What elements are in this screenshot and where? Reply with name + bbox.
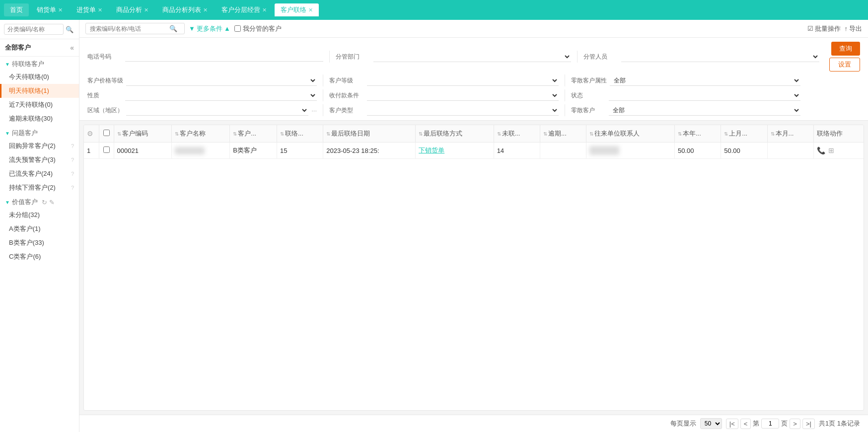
filter-retail-attr-select[interactable]: 全部 (610, 75, 800, 86)
page-next-btn[interactable]: > (790, 419, 800, 429)
filter-payment-select[interactable] (367, 90, 559, 101)
sidebar-item-class-c[interactable]: C类客户(6) (0, 250, 79, 264)
filter-cell-grade: 客户等级 (329, 75, 559, 86)
filter-more-conditions[interactable]: ▼ 更多条件 ▲ (189, 24, 230, 33)
th-contact-person-sort[interactable]: 往来单位联系人 (589, 129, 671, 138)
filter-grade-select[interactable] (367, 75, 559, 86)
sidebar-item-class-a[interactable]: A类客户(1) (0, 222, 79, 236)
filter-status-label: 状态 (571, 91, 606, 100)
th-code-sort[interactable]: 客户编码 (117, 129, 169, 138)
filter-divider-1b (577, 51, 578, 63)
th-overdue-sort[interactable]: 逾期... (543, 129, 583, 138)
sidebar-section-value-refresh-icon[interactable]: ↻ (42, 199, 47, 206)
filter-retail-select[interactable]: 全部 (609, 105, 800, 116)
nav-salesorder[interactable]: 销货单 ✕ (31, 3, 69, 16)
th-last-contact-date-sort[interactable]: 最后联络日期 (326, 129, 412, 138)
filter-customer-type-label: 客户类型 (329, 106, 364, 115)
th-last-contact-method-sort[interactable]: 最后联络方式 (419, 129, 490, 138)
select-all-checkbox[interactable] (103, 130, 110, 136)
th-this-year-sort[interactable]: 本年... (678, 129, 718, 138)
sidebar-item-churned-help[interactable]: ? (71, 171, 74, 177)
filter-dept-select[interactable] (373, 52, 572, 62)
filter-cell-retail: 零散客户 全部 (571, 105, 800, 116)
nav-customer-segment[interactable]: 客户分层经营 ✕ (216, 3, 273, 16)
filter-bar: 🔍 ▼ 更多条件 ▲ 我分管的客户 ☑ 批量操作 ↑ 导出 (79, 20, 868, 38)
th-this-month-sort[interactable]: 本月... (771, 129, 810, 138)
th-type-sort[interactable]: 客户... (233, 129, 274, 138)
page-size-select[interactable]: 50 (700, 418, 722, 429)
sidebar-item-repurchase-anomaly-help[interactable]: ? (71, 143, 74, 149)
filter-divider-1a (329, 51, 330, 63)
th-this-month: 本月... (767, 125, 813, 143)
th-contact-count-sort[interactable]: 联络... (280, 129, 320, 138)
sidebar-item-churn-warning-help[interactable]: ? (71, 157, 74, 163)
nav-customer-segment-close[interactable]: ✕ (262, 7, 267, 13)
set-button[interactable]: 设置 (829, 58, 860, 72)
th-last-month-sort[interactable]: 上月... (724, 129, 764, 138)
sidebar-item-ungrouped[interactable]: 未分组(32) (0, 208, 79, 222)
per-page-label: 每页显示 (670, 419, 696, 428)
nav-product-analysis-close[interactable]: ✕ (144, 7, 148, 13)
nav-customer-contact[interactable]: 客户联络 ✕ (275, 3, 319, 16)
filter-nature-select[interactable] (125, 90, 317, 101)
filter-area-more-icon[interactable]: ··· (311, 107, 317, 114)
nav-product-analysis-list-label: 商品分析列表 (162, 5, 201, 14)
td-num: 1 (84, 143, 99, 159)
nav-product-analysis-list-close[interactable]: ✕ (203, 7, 208, 13)
query-button[interactable]: 查询 (831, 42, 860, 56)
sidebar-item-tomorrow[interactable]: 明天待联络(1) (0, 84, 79, 98)
sidebar-item-tomorrow-label: 明天待联络(1) (9, 86, 49, 95)
sidebar-item-7days[interactable]: 近7天待联络(0) (0, 98, 79, 112)
page-last-btn[interactable]: >| (802, 419, 815, 429)
filter-status-select[interactable] (609, 90, 800, 101)
nav-purchaseorder[interactable]: 进货单 ✕ (71, 3, 108, 16)
action-qr-icon[interactable]: ⊞ (828, 146, 834, 154)
sidebar-item-class-b[interactable]: B类客户(33) (0, 236, 79, 250)
page-first-btn[interactable]: |< (726, 419, 738, 429)
action-phone-icon[interactable]: 📞 (817, 146, 825, 154)
filter-cell-retail-attr: 零散客户属性 全部 (571, 75, 800, 86)
batch-op-button[interactable]: ☑ 批量操作 (807, 24, 841, 33)
sidebar-item-overdue[interactable]: 逾期未联络(30) (0, 112, 79, 126)
table-settings-icon[interactable]: ⚙ (87, 130, 93, 138)
my-customers-filter[interactable]: 我分管的客户 (234, 24, 282, 33)
nav-product-analysis[interactable]: 商品分析 ✕ (110, 3, 154, 16)
nav-salesorder-close[interactable]: ✕ (58, 7, 63, 13)
th-uncontacted-sort[interactable]: 未联... (497, 129, 537, 138)
sidebar-item-repurchase-anomaly[interactable]: 回购异常客户(2) ? (0, 139, 79, 153)
sidebar-section-value-edit-icon[interactable]: ✎ (49, 199, 55, 206)
td-this-year: 50.00 (674, 143, 721, 159)
th-name-sort[interactable]: 客户名称 (175, 129, 226, 138)
sidebar-item-today[interactable]: 今天待联络(0) (0, 70, 79, 84)
top-nav: 首页 销货单 ✕ 进货单 ✕ 商品分析 ✕ 商品分析列表 ✕ 客户分层经营 ✕ … (0, 0, 868, 20)
nav-product-analysis-list[interactable]: 商品分析列表 ✕ (156, 3, 214, 16)
filter-phone-label: 电话号码 (87, 53, 122, 61)
table-area: ⚙ 客户编码 客户名称 客户... (83, 125, 864, 411)
sidebar-collapse-icon[interactable]: « (70, 44, 74, 52)
sidebar-item-churn-warning[interactable]: 流失预警客户(3) ? (0, 153, 79, 167)
nav-home[interactable]: 首页 (4, 3, 29, 16)
sidebar-item-churned[interactable]: 已流失客户(24) ? (0, 167, 79, 181)
filter-area-select[interactable] (126, 105, 308, 116)
filter-price-level-select[interactable] (126, 75, 317, 86)
sidebar-item-declining[interactable]: 持续下滑客户(2) ? (0, 181, 79, 195)
sidebar-item-declining-help[interactable]: ? (71, 185, 74, 191)
filter-customer-type-select[interactable] (367, 105, 559, 116)
filter-phone-input[interactable] (125, 52, 323, 62)
sidebar-search-icon[interactable]: 🔍 (66, 26, 73, 33)
filter-search-icon[interactable]: 🔍 (169, 25, 177, 32)
my-customers-checkbox[interactable] (234, 25, 241, 32)
nav-customer-contact-close[interactable]: ✕ (308, 7, 313, 13)
th-contact-person: 往来单位联系人 (586, 125, 675, 143)
sidebar-all-customers[interactable]: 全部客户 « (0, 39, 79, 57)
filter-person-select[interactable] (621, 52, 819, 62)
row-checkbox[interactable] (103, 146, 110, 153)
last-contact-method-link[interactable]: 下销货单 (419, 146, 444, 154)
export-button[interactable]: ↑ 导出 (845, 24, 863, 33)
filter-row-1: 电话号码 分管部门 分管人员 查询 (87, 42, 860, 72)
filter-search-input[interactable] (90, 25, 169, 32)
page-input[interactable] (761, 419, 779, 429)
nav-purchaseorder-close[interactable]: ✕ (98, 7, 102, 13)
sidebar-search-input[interactable] (4, 24, 64, 35)
page-prev-btn[interactable]: < (740, 419, 751, 429)
